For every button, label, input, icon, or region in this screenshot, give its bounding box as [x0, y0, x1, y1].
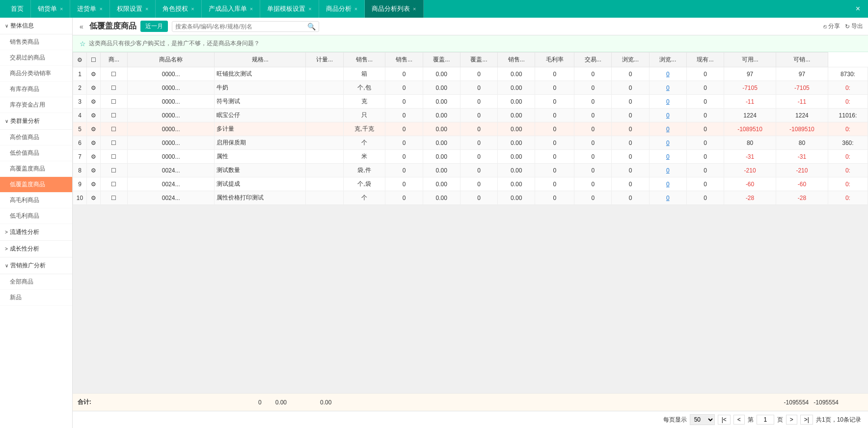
row-browse1[interactable]: 0 — [649, 81, 686, 95]
sidebar-item-inventory-capital[interactable]: 库存资金占用 — [0, 97, 72, 113]
row-checkbox[interactable]: ☐ — [101, 122, 128, 136]
row-spec — [306, 164, 343, 177]
row-name: 属性价格打印测试 — [215, 191, 306, 205]
sidebar-section-liquidity[interactable]: > 流通性分析 — [0, 224, 72, 241]
row-settings[interactable]: ⚙ — [87, 177, 101, 191]
row-settings[interactable]: ⚙ — [87, 122, 101, 136]
row-settings[interactable]: ⚙ — [87, 164, 101, 177]
sidebar-item-all-products[interactable]: 全部商品 — [0, 274, 72, 290]
col-settings[interactable]: ⚙ — [73, 53, 87, 67]
row-settings[interactable]: ⚙ — [87, 150, 101, 164]
table-row: 4 ⚙ ☐ 0000... 眠宝公仔 只 0 0.00 0 0.00 0 0 0… — [73, 109, 868, 122]
nav-permissions[interactable]: 权限设置 × — [110, 0, 156, 18]
sidebar-item-traded-products[interactable]: 交易过的商品 — [0, 50, 72, 66]
row-browse1[interactable]: 0 — [649, 109, 686, 122]
row-cov1: 0 — [460, 122, 497, 136]
row-settings[interactable]: ⚙ — [87, 81, 101, 95]
sidebar-item-low-margin[interactable]: 低毛利商品 — [0, 208, 72, 224]
row-cov1: 0 — [460, 95, 497, 109]
sidebar-item-low-value[interactable]: 低价值商品 — [0, 145, 72, 161]
sidebar-item-category-sales-rate[interactable]: 商品分类动销率 — [0, 66, 72, 82]
nav-close-icon[interactable]: × — [250, 6, 253, 12]
nav-purchase-order[interactable]: 进货单 × — [70, 0, 109, 18]
row-sales-qty: 0 — [385, 164, 423, 177]
table-container[interactable]: ⚙ ☐ 商... 商品名称 规格... 计量... 销售... 销售... 覆盖… — [73, 52, 868, 393]
search-input[interactable] — [175, 23, 305, 30]
nav-product-analysis-list[interactable]: 商品分析列表 × — [365, 0, 423, 18]
nav-close-icon[interactable]: × — [308, 6, 311, 12]
col-trade: 交易... — [574, 53, 612, 67]
section-arrow-icon: > — [5, 229, 8, 235]
row-available: -31 — [776, 150, 828, 164]
sidebar-item-high-value[interactable]: 高价值商品 — [0, 130, 72, 145]
row-browse2: 0 — [686, 81, 724, 95]
last-page-button[interactable]: >| — [800, 415, 813, 425]
row-checkbox[interactable]: ☐ — [101, 177, 128, 191]
row-settings[interactable]: ⚙ — [87, 191, 101, 205]
row-cov1: 0 — [460, 109, 497, 122]
row-checkbox[interactable]: ☐ — [101, 191, 128, 205]
row-browse1[interactable]: 0 — [649, 67, 686, 81]
row-checkbox[interactable]: ☐ — [101, 81, 128, 95]
time-filter-button[interactable]: 近一月 — [140, 21, 168, 32]
prev-page-button[interactable]: < — [733, 415, 745, 425]
row-browse1[interactable]: 0 — [649, 177, 686, 191]
nav-template-settings[interactable]: 单据模板设置 × — [260, 0, 319, 18]
row-settings[interactable]: ⚙ — [87, 67, 101, 81]
nav-product-inbound[interactable]: 产成品入库单 × — [202, 0, 260, 18]
nav-close-icon[interactable]: × — [191, 6, 194, 12]
row-sales-amt: 0.00 — [423, 95, 460, 109]
close-all-button[interactable]: × — [852, 4, 864, 13]
export-button[interactable]: ↻ 导出 — [845, 22, 863, 30]
nav-close-icon[interactable]: × — [145, 6, 148, 12]
col-checkbox[interactable]: ☐ — [87, 53, 101, 67]
collapse-button[interactable]: « — [78, 22, 85, 31]
row-checkbox[interactable]: ☐ — [101, 150, 128, 164]
row-checkbox[interactable]: ☐ — [101, 164, 128, 177]
sidebar-section-marketing[interactable]: ∨ 营销推广分析 — [0, 257, 72, 274]
nav-close-icon[interactable]: × — [60, 6, 63, 12]
row-browse1[interactable]: 0 — [649, 95, 686, 109]
row-code: 0000... — [127, 67, 214, 81]
sidebar-item-high-coverage[interactable]: 高覆盖度商品 — [0, 161, 72, 177]
page-number-input[interactable] — [757, 415, 774, 425]
sidebar-section-cluster[interactable]: ∨ 类群量分析 — [0, 113, 72, 130]
row-sales-amt: 0.00 — [423, 136, 460, 150]
row-browse1[interactable]: 0 — [649, 136, 686, 150]
row-browse2: 0 — [686, 95, 724, 109]
row-sales3: 0 — [535, 67, 574, 81]
share-button[interactable]: ⎋ 分享 — [823, 22, 840, 30]
nav-close-icon[interactable]: × — [354, 6, 357, 12]
nav-home[interactable]: 首页 — [4, 0, 31, 18]
row-browse1[interactable]: 0 — [649, 191, 686, 205]
nav-close-icon[interactable]: × — [413, 6, 416, 12]
row-browse1[interactable]: 0 — [649, 150, 686, 164]
row-settings[interactable]: ⚙ — [87, 109, 101, 122]
row-checkbox[interactable]: ☐ — [101, 95, 128, 109]
row-sales3: 0 — [535, 191, 574, 205]
nav-close-icon[interactable]: × — [99, 6, 102, 12]
sidebar-section-growth[interactable]: > 成长性分析 — [0, 241, 72, 257]
nav-product-analysis[interactable]: 商品分析 × — [319, 0, 365, 18]
sidebar-item-high-margin[interactable]: 高毛利商品 — [0, 193, 72, 208]
nav-role-auth[interactable]: 角色授权 × — [156, 0, 201, 18]
row-checkbox[interactable]: ☐ — [101, 109, 128, 122]
row-checkbox[interactable]: ☐ — [101, 136, 128, 150]
sidebar-section-overview[interactable]: ∨ 整体信息 — [0, 18, 72, 34]
sidebar-item-sales-products[interactable]: 销售类商品 — [0, 34, 72, 50]
sidebar-item-low-coverage[interactable]: 低覆盖度商品 — [0, 177, 72, 193]
search-icon[interactable]: 🔍 — [307, 23, 316, 30]
nav-sales-order[interactable]: 销货单 × — [31, 0, 70, 18]
next-page-button[interactable]: > — [786, 415, 797, 425]
row-sales3: 0 — [535, 109, 574, 122]
per-page-select[interactable]: 50 20 100 200 — [690, 414, 715, 425]
sidebar-item-new-products[interactable]: 新品 — [0, 290, 72, 306]
row-checkbox[interactable]: ☐ — [101, 67, 128, 81]
row-browse1[interactable]: 0 — [649, 164, 686, 177]
row-settings[interactable]: ⚙ — [87, 136, 101, 150]
row-browse1[interactable]: 0 — [649, 122, 686, 136]
record-summary: 共1页，10条记录 — [816, 416, 861, 424]
sidebar-item-in-stock[interactable]: 有库存商品 — [0, 82, 72, 97]
first-page-button[interactable]: |< — [718, 415, 731, 425]
row-settings[interactable]: ⚙ — [87, 95, 101, 109]
